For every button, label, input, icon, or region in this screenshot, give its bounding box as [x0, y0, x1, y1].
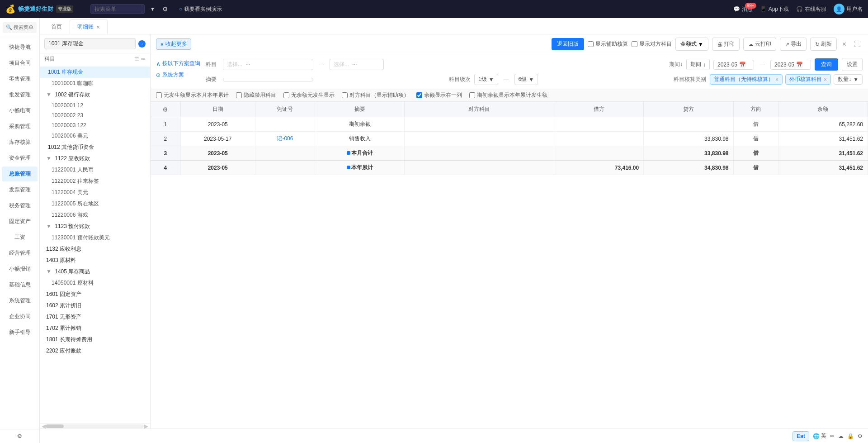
- show-aux-check[interactable]: 显示辅助核算: [588, 40, 628, 48]
- checkbox-no-balance[interactable]: [283, 92, 289, 98]
- tree-item-1602[interactable]: 1602 累计折旧: [40, 300, 150, 311]
- checkbox-show-ytd[interactable]: [469, 92, 475, 98]
- tree-item-1012[interactable]: 1012 其他货币资金: [40, 142, 150, 153]
- sidebar-item-purchase[interactable]: 采购管理: [2, 119, 38, 134]
- sidebar-item-sys-manage[interactable]: 系统管理: [2, 293, 38, 308]
- check-item-no-occurrence[interactable]: 无发生额显示本月本年累计: [156, 91, 229, 99]
- subject-filter-input[interactable]: 选择... ···: [223, 59, 313, 70]
- voucher-link-1[interactable]: 记-006: [277, 135, 293, 142]
- eat-btn[interactable]: Eat: [793, 431, 809, 441]
- print-btn[interactable]: 🖨 打印: [712, 38, 740, 51]
- query-btn[interactable]: 查询: [815, 58, 838, 71]
- filter-tag-remove-0[interactable]: ×: [775, 76, 778, 83]
- tab-home[interactable]: 首页: [43, 19, 70, 34]
- tree-item-1601[interactable]: 1601 固定资产: [40, 289, 150, 300]
- subject-selector[interactable]: 1001 库存现金: [44, 38, 136, 49]
- tree-item-1001[interactable]: 1001 库存现金: [40, 67, 150, 78]
- scheme-name[interactable]: 系统方案: [162, 71, 184, 79]
- tree-item-1701[interactable]: 1701 无形资产: [40, 311, 150, 323]
- tree-item-11220004[interactable]: 11220004 美元: [40, 187, 150, 198]
- sidebar-item-project-contract[interactable]: 项目合同: [2, 56, 38, 71]
- sidebar-item-inventory[interactable]: 库存核算: [2, 135, 38, 150]
- sidebar-settings-btn[interactable]: ⚙: [0, 429, 39, 443]
- sidebar-item-enterprise[interactable]: 企业协同: [2, 309, 38, 324]
- tree-item-10020003[interactable]: 10020003 122: [40, 120, 150, 130]
- tree-item-11220005[interactable]: 11220005 所在地区: [40, 198, 150, 210]
- checkbox-no-occurrence[interactable]: [156, 92, 162, 98]
- sidebar-item-quick-nav[interactable]: 快捷导航: [2, 40, 38, 55]
- scrollbar-area[interactable]: [46, 424, 144, 428]
- period-to-input[interactable]: 2023-05 📅: [770, 60, 811, 70]
- summary-filter-input[interactable]: [223, 78, 313, 81]
- edit-icon-btn[interactable]: ✏: [830, 433, 835, 439]
- show-contra-check[interactable]: 显示对方科目: [632, 40, 672, 48]
- sidebar-item-salary[interactable]: 工资: [2, 230, 38, 245]
- checkbox-contra-subject[interactable]: [342, 92, 348, 98]
- tree-item-11230001[interactable]: 11230001 预付账款美元: [40, 232, 150, 243]
- sidebar-item-tax[interactable]: 税务管理: [2, 198, 38, 213]
- expand-panel-btn[interactable]: ⛶: [852, 38, 863, 50]
- tree-list-icon[interactable]: ☰: [134, 56, 139, 62]
- setting-btn[interactable]: 设置: [842, 58, 863, 71]
- check-item-show-ytd[interactable]: 期初余额显示本年累计发生额: [469, 91, 547, 99]
- tree-item-11220002[interactable]: 11220002 往来标签: [40, 176, 150, 187]
- cloud-sync-icon-btn[interactable]: ☁: [838, 433, 844, 439]
- level-from-select[interactable]: 1级 ▼: [474, 74, 498, 85]
- lock-icon-btn[interactable]: 🔒: [847, 433, 854, 439]
- export-btn[interactable]: ↗ 导出: [780, 38, 807, 51]
- check-item-balance-one-col[interactable]: 余额显示在一列: [416, 91, 462, 99]
- tree-item-1405[interactable]: ▼ 1405 库存商品: [40, 266, 150, 277]
- amount-style-btn[interactable]: 金额式 ▼: [675, 38, 708, 51]
- sidebar-item-general-ledger[interactable]: 总账管理: [2, 167, 38, 181]
- tree-item-10020002[interactable]: 10020002 23: [40, 110, 150, 120]
- check-item-no-balance[interactable]: 无余额无发生显示: [283, 91, 335, 99]
- app-download-btn[interactable]: 📱 App下载: [760, 5, 789, 13]
- tree-item-11220006[interactable]: 11220006 游戏: [40, 210, 150, 221]
- check-item-hide-disabled[interactable]: 隐藏禁用科目: [236, 91, 276, 99]
- scroll-left-arrow[interactable]: ◀: [42, 423, 46, 429]
- subject-filter-input2[interactable]: 选择... ···: [330, 59, 384, 70]
- tree-item-1002[interactable]: ▼ 1002 银行存款: [40, 89, 150, 100]
- checkbox-balance-one-col[interactable]: [416, 92, 422, 98]
- check-item-contra-subject[interactable]: 对方科目（显示辅助项）: [342, 91, 409, 99]
- tree-item-1403[interactable]: 1403 原材料: [40, 255, 150, 266]
- cloud-print-btn[interactable]: ☁ 云打印: [743, 38, 776, 51]
- filter-scheme-label[interactable]: 按以下方案查询: [162, 60, 200, 67]
- tab-close-ledger[interactable]: ×: [96, 24, 100, 30]
- subject-selector-arrow[interactable]: →: [138, 40, 146, 48]
- lang-btn[interactable]: 🌐 英: [813, 432, 826, 440]
- tree-item-1702[interactable]: 1702 累计摊销: [40, 323, 150, 334]
- message-btn[interactable]: 💬 消息 99+: [733, 5, 753, 13]
- tree-item-10020006[interactable]: 10020006 美元: [40, 130, 150, 142]
- demo-link[interactable]: ○ 我要看实例演示: [179, 5, 222, 13]
- level-to-select[interactable]: 6级 ▼: [514, 74, 538, 85]
- sidebar-item-fixed-assets[interactable]: 固定资产: [2, 214, 38, 229]
- sidebar-item-invoice[interactable]: 发票管理: [2, 182, 38, 197]
- tree-item-2202[interactable]: 2202 应付账款: [40, 345, 150, 357]
- search-dropdown-icon[interactable]: ▼: [150, 6, 155, 12]
- refresh-btn[interactable]: ↻ 刷新: [810, 38, 837, 51]
- period-type-select[interactable]: 期间 ↓: [686, 59, 710, 70]
- sidebar-item-new-guide[interactable]: 新手引导: [2, 325, 38, 340]
- sidebar-item-basic-info[interactable]: 基础信息: [2, 277, 38, 292]
- return-old-version-btn[interactable]: 退回旧版: [552, 38, 584, 50]
- sidebar-item-sales-report[interactable]: 小畅报销: [2, 262, 38, 276]
- tab-ledger[interactable]: 明细账×: [70, 19, 108, 34]
- sidebar-item-operations[interactable]: 经营管理: [2, 246, 38, 261]
- tree-item-10010001[interactable]: 10010001 咖咖咖: [40, 78, 150, 89]
- tree-item-1801[interactable]: 1801 长期待摊费用: [40, 334, 150, 345]
- user-avatar[interactable]: 👤 用户名: [834, 4, 863, 14]
- online-service-btn[interactable]: 🎧 在线客服: [796, 5, 826, 13]
- cell-voucher-1[interactable]: 记-006: [255, 132, 315, 146]
- close-panel-btn[interactable]: ×: [840, 38, 848, 50]
- collapse-filter-btn[interactable]: ∧ 收起更多: [156, 38, 191, 50]
- checkbox-hide-disabled[interactable]: [236, 92, 242, 98]
- sidebar-item-capital[interactable]: 资金管理: [2, 151, 38, 166]
- tree-item-11220001[interactable]: 11220001 人民币: [40, 164, 150, 176]
- tree-edit-icon[interactable]: ✏: [141, 56, 146, 62]
- tree-item-1122[interactable]: ▼ 1122 应收账款: [40, 153, 150, 164]
- th-settings[interactable]: ⚙: [151, 102, 180, 117]
- sidebar-item-ecommerce[interactable]: 小畅电商: [2, 103, 38, 118]
- sidebar-item-retail[interactable]: 零售管理: [2, 71, 38, 86]
- tree-item-1132[interactable]: 1132 应收利息: [40, 243, 150, 255]
